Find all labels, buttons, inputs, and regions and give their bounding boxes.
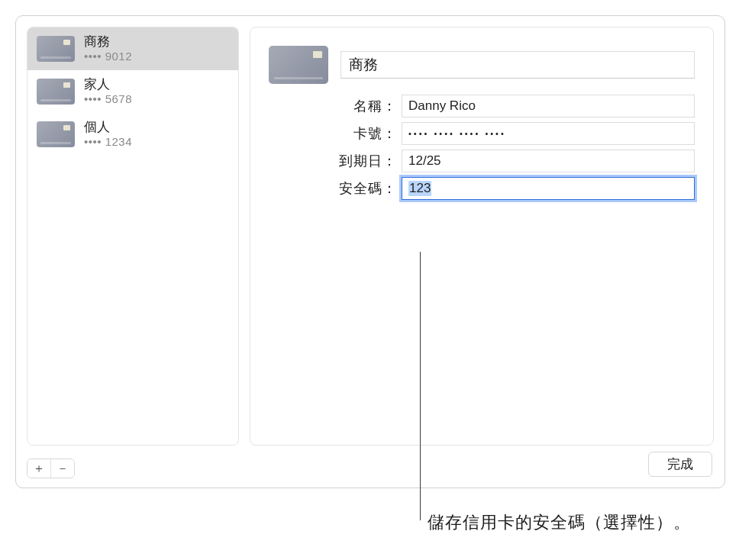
sidebar-item-last4: •••• 1234 bbox=[84, 135, 132, 150]
main-area: 商務 •••• 9012 家人 •••• 5678 個人 •••• 12 bbox=[16, 16, 724, 446]
cvv-selected-text: 123 bbox=[408, 181, 431, 196]
sidebar-item-title: 家人 bbox=[84, 76, 132, 92]
input-name[interactable] bbox=[402, 95, 695, 117]
add-remove-control: ＋ － bbox=[27, 459, 75, 478]
sidebar-item-last4: •••• 5678 bbox=[84, 92, 132, 107]
card-sidebar: 商務 •••• 9012 家人 •••• 5678 個人 •••• 12 bbox=[27, 27, 239, 446]
sidebar-item-personal[interactable]: 個人 •••• 1234 bbox=[27, 113, 238, 156]
sidebar-item-text: 個人 •••• 1234 bbox=[84, 119, 132, 150]
add-button[interactable]: ＋ bbox=[27, 459, 50, 478]
sidebar-footer: ＋ － bbox=[16, 459, 75, 488]
card-title-row bbox=[269, 46, 695, 84]
card-icon bbox=[37, 36, 75, 62]
callout-leader-line bbox=[420, 252, 421, 520]
label-expiry: 到期日： bbox=[313, 152, 397, 170]
done-button[interactable]: 完成 bbox=[648, 452, 712, 477]
sidebar-item-business[interactable]: 商務 •••• 9012 bbox=[27, 27, 238, 70]
sidebar-item-title: 商務 bbox=[84, 34, 132, 50]
minus-icon: － bbox=[56, 461, 69, 477]
card-title-input[interactable] bbox=[340, 51, 695, 79]
label-number: 卡號： bbox=[313, 124, 397, 143]
label-cvv: 安全碼： bbox=[313, 179, 397, 198]
sidebar-item-text: 家人 •••• 5678 bbox=[84, 76, 132, 107]
card-list: 商務 •••• 9012 家人 •••• 5678 個人 •••• 12 bbox=[27, 27, 238, 445]
sidebar-item-family[interactable]: 家人 •••• 5678 bbox=[27, 70, 238, 113]
input-cvv[interactable]: 123 bbox=[402, 177, 695, 200]
preferences-window: 商務 •••• 9012 家人 •••• 5678 個人 •••• 12 bbox=[15, 15, 725, 488]
plus-icon: ＋ bbox=[33, 461, 45, 477]
input-expiry[interactable] bbox=[402, 150, 695, 172]
card-icon bbox=[269, 46, 328, 84]
window-footer: 完成 bbox=[648, 446, 724, 488]
sidebar-item-title: 個人 bbox=[84, 119, 132, 135]
input-number[interactable] bbox=[402, 122, 695, 145]
callout-text: 儲存信用卡的安全碼（選擇性）。 bbox=[428, 511, 691, 534]
remove-button[interactable]: － bbox=[51, 459, 74, 478]
card-icon bbox=[37, 121, 75, 147]
card-detail-panel: 名稱： 卡號： 到期日： 安全碼： 123 bbox=[250, 27, 714, 446]
card-form: 名稱： 卡號： 到期日： 安全碼： 123 bbox=[313, 95, 695, 200]
card-icon bbox=[37, 79, 75, 105]
sidebar-item-last4: •••• 9012 bbox=[84, 50, 132, 64]
sidebar-item-text: 商務 •••• 9012 bbox=[84, 34, 132, 64]
label-name: 名稱： bbox=[313, 97, 397, 115]
